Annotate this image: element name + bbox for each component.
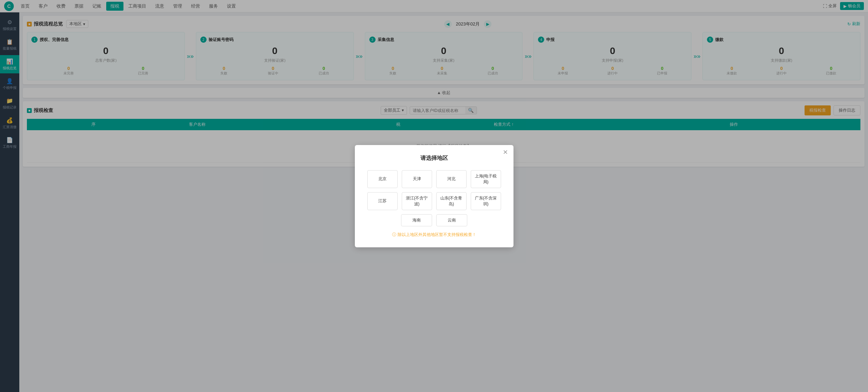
region-btn-海南[interactable]: 海南 <box>401 214 432 226</box>
region-btn-上海(电子税局)[interactable]: 上海(电子税局) <box>471 170 501 188</box>
region-btn-浙江(不含宁波)[interactable]: 浙江(不含宁波) <box>402 192 432 210</box>
region-btn-河北[interactable]: 河北 <box>436 170 467 188</box>
region-btn-北京[interactable]: 北京 <box>367 170 398 188</box>
region-row2: 江苏浙江(不含宁波)山东(不含青岛)广东(不含深圳) <box>367 192 501 210</box>
region-btn-山东(不含青岛)[interactable]: 山东(不含青岛) <box>436 192 467 210</box>
region-select-modal: ✕ 请选择地区 北京天津河北上海(电子税局) 江苏浙江(不含宁波)山东(不含青岛… <box>355 145 513 247</box>
region-warning: ⓘ 除以上地区外其他地区暂不支持报税检查！ <box>367 232 501 238</box>
region-btn-天津[interactable]: 天津 <box>402 170 432 188</box>
region-btn-江苏[interactable]: 江苏 <box>367 192 398 210</box>
modal-title: 请选择地区 <box>367 155 501 162</box>
region-row3: 海南云南 <box>367 214 501 226</box>
warning-icon: ⓘ <box>392 232 396 238</box>
region-row1: 北京天津河北上海(电子税局) <box>367 170 501 188</box>
modal-close-button[interactable]: ✕ <box>503 149 508 155</box>
region-btn-云南[interactable]: 云南 <box>436 214 467 226</box>
region-btn-广东(不含深圳)[interactable]: 广东(不含深圳) <box>471 192 501 210</box>
modal-overlay[interactable]: ✕ 请选择地区 北京天津河北上海(电子税局) 江苏浙江(不含宁波)山东(不含青岛… <box>0 0 868 392</box>
